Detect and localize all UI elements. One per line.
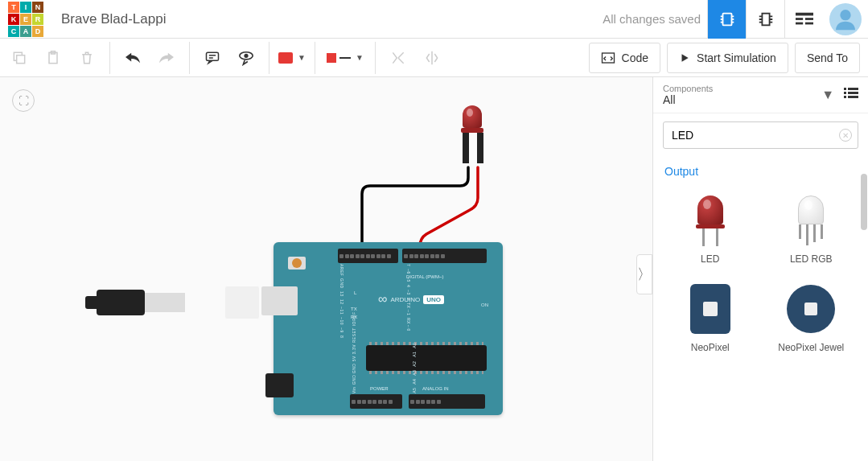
- wire-color-picker[interactable]: ▼: [322, 42, 368, 74]
- chevron-down-icon: ▼: [298, 53, 306, 62]
- start-simulation-button[interactable]: Start Simulation: [667, 43, 788, 73]
- svg-rect-17: [844, 92, 846, 94]
- component-neopixel[interactable]: NeoPixel: [663, 276, 758, 358]
- svg-rect-20: [848, 96, 858, 98]
- visibility-toggle-button[interactable]: [230, 42, 262, 74]
- toolbar: ▼ ▼ Code Start Simulation Send To: [0, 39, 868, 77]
- sidebar-collapse-handle[interactable]: 〉: [636, 254, 652, 294]
- component-search-input[interactable]: [663, 121, 858, 149]
- fill-color-picker[interactable]: ▼: [276, 42, 308, 74]
- svg-point-13: [245, 54, 248, 57]
- svg-point-7: [840, 10, 850, 20]
- undo-button[interactable]: [117, 42, 149, 74]
- arduino-logo-text: ∞ ARDUINO UNO: [378, 292, 444, 307]
- chevron-down-icon: ▼: [356, 53, 364, 62]
- annotation-button[interactable]: [196, 42, 228, 74]
- led-component[interactable]: [463, 105, 483, 163]
- components-value: All: [663, 93, 821, 106]
- usb-cable[interactable]: [97, 286, 259, 319]
- zoom-to-fit-button[interactable]: ⛶: [12, 89, 35, 112]
- svg-rect-19: [844, 96, 846, 98]
- mirror-button[interactable]: [416, 42, 448, 74]
- analog-label: ANALOG IN: [422, 386, 449, 391]
- component-neopixel-jewel[interactable]: NeoPixel Jewel: [764, 276, 859, 358]
- svg-rect-0: [722, 13, 731, 25]
- component-grid: LED LED RGB NeoPixel NeoPixel Jewel: [653, 181, 868, 371]
- app-header: TIN KER CAD Brave Blad-Lappi All changes…: [0, 0, 868, 39]
- svg-rect-15: [844, 88, 846, 90]
- send-to-label: Send To: [807, 51, 848, 64]
- code-icon: [601, 51, 615, 64]
- svg-rect-18: [848, 92, 858, 94]
- copy-button[interactable]: [3, 42, 35, 74]
- svg-rect-2: [796, 12, 813, 15]
- components-category-dropdown[interactable]: Components All: [663, 84, 821, 106]
- svg-rect-3: [796, 18, 803, 20]
- delete-button[interactable]: [71, 42, 103, 74]
- main-area: ⛶: [0, 77, 868, 461]
- user-avatar[interactable]: [829, 3, 862, 35]
- clear-search-icon[interactable]: ✕: [839, 129, 852, 142]
- play-icon: [679, 52, 690, 64]
- usb-port: [261, 286, 298, 315]
- svg-rect-6: [804, 22, 812, 24]
- svg-rect-11: [207, 52, 219, 60]
- tinkercad-logo[interactable]: TIN KER CAD: [8, 2, 43, 37]
- chevron-down-icon: ▼: [821, 88, 834, 102]
- list-view-icon[interactable]: [844, 88, 858, 102]
- code-label: Code: [622, 51, 648, 64]
- component-label: NeoPixel Jewel: [778, 342, 844, 353]
- code-button[interactable]: Code: [589, 43, 660, 73]
- arduino-board[interactable]: AREFGND1312~11~10~98 7~6~54~32TX→1RX←0 D…: [274, 242, 503, 415]
- svg-rect-4: [804, 18, 812, 20]
- digital-label: DIGITAL (PWM~): [406, 274, 444, 279]
- component-label: NeoPixel: [691, 342, 730, 353]
- svg-rect-1: [762, 13, 769, 25]
- components-label: Components: [663, 84, 821, 93]
- circuit-view-icon[interactable]: [707, 0, 746, 39]
- send-to-button[interactable]: Send To: [795, 43, 860, 73]
- paste-button[interactable]: [37, 42, 69, 74]
- power-jack: [265, 373, 294, 397]
- bom-view-icon[interactable]: [784, 0, 823, 39]
- svg-rect-5: [796, 22, 803, 24]
- reset-button-icon: [288, 257, 306, 270]
- sidebar-scrollbar[interactable]: [860, 77, 868, 461]
- component-led[interactable]: LED: [663, 187, 758, 270]
- l-led-label: L: [354, 290, 356, 295]
- redo-button[interactable]: [150, 42, 183, 74]
- component-led-rgb[interactable]: LED RGB: [764, 187, 859, 270]
- save-status: All changes saved: [603, 12, 701, 26]
- microcontroller-chip: [366, 345, 487, 371]
- category-output-label: Output: [653, 157, 868, 181]
- circuit-canvas[interactable]: ⛶: [0, 77, 652, 461]
- component-label: LED: [701, 253, 719, 265]
- svg-rect-8: [17, 55, 25, 63]
- project-name[interactable]: Brave Blad-Lappi: [61, 11, 166, 27]
- power-label: POWER: [370, 386, 389, 391]
- component-label: LED RGB: [790, 253, 833, 265]
- components-sidebar: Components All ▼ ✕ Output LED LED RGB: [652, 77, 868, 461]
- rotate-button[interactable]: [382, 42, 414, 74]
- start-simulation-label: Start Simulation: [697, 51, 776, 64]
- svg-rect-16: [848, 88, 858, 90]
- on-label: ON: [481, 303, 488, 307]
- schematic-view-icon[interactable]: [746, 0, 784, 39]
